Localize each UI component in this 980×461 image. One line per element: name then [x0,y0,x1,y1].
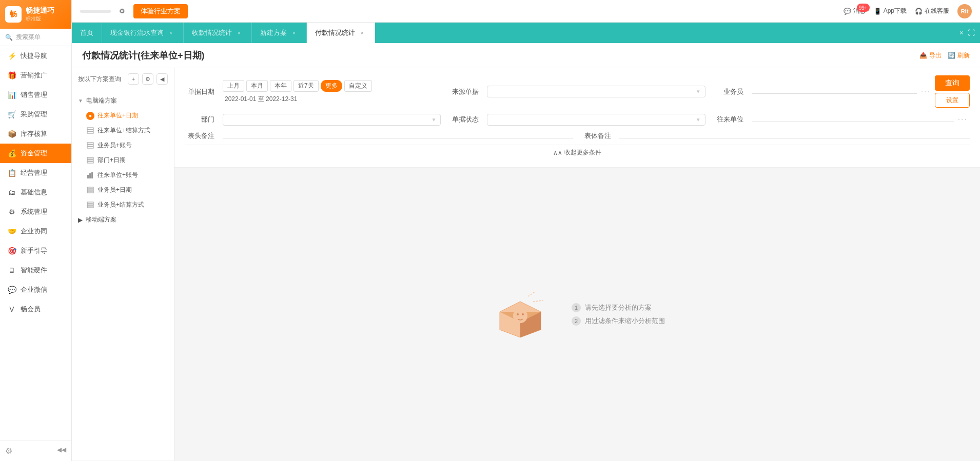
staff-filter-group: ··· 查询 设置 [752,75,970,108]
topbar-right: 💬 消息 99+ 📱 App下载 🎧 在线客服 Rit [844,4,972,18]
trial-button[interactable]: 体验行业方案 [133,4,188,18]
partner-input[interactable] [752,117,954,122]
sidebar-item-enterprise[interactable]: 🤝 企业协同 [0,222,71,241]
query-button[interactable]: 查询 [935,75,970,91]
tab-new-plan-close[interactable]: × [290,29,298,37]
settings-button[interactable]: 设置 [935,93,970,108]
date-btn-7days[interactable]: 近7天 [293,80,319,92]
collapse-up-icon: ∧∧ [553,149,562,156]
tab-bank-flow-close[interactable]: × [167,29,175,37]
partner-dots-button[interactable]: ··· [956,113,970,126]
date-btn-this-year[interactable]: 本年 [270,80,291,92]
app-logo: 畅 [5,6,22,23]
tab-close-all-icon[interactable]: × [959,29,964,37]
sidebar-item-sales[interactable]: 📊 销售管理 [0,85,71,105]
topbar-left: ⚙ 体验行业方案 [80,4,837,18]
tab-receipt-stats-close[interactable]: × [235,29,243,37]
svg-point-23 [522,313,524,315]
message-btn[interactable]: 💬 消息 99+ [844,7,866,15]
staff-dots-button[interactable]: ··· [919,85,933,98]
tip-num-1: 1 [572,303,581,312]
tab-new-plan[interactable]: 新建方案 × [252,23,307,43]
sidebar-item-system[interactable]: ⚙ 系统管理 [0,202,71,222]
staff-input[interactable] [752,89,917,94]
svg-point-21 [513,309,527,323]
sidebar-item-member[interactable]: V 畅会员 [0,299,71,319]
header-note-input[interactable] [223,134,573,138]
date-btn-last-month[interactable]: 上月 [223,80,244,92]
sidebar-search[interactable]: 🔍 搜索菜单 [0,29,71,46]
dept-arrow: ▼ [431,117,436,123]
sidebar-collapse-btn[interactable]: ◀◀ [57,446,66,456]
table-icon [86,142,94,150]
collapse-panel-button[interactable]: ◀ [156,73,168,85]
left-panel-title: 按以下方案查询 [78,75,121,84]
dept-select[interactable]: ▼ [223,114,441,126]
schema-item-staff-account[interactable]: 业务员+账号 [72,138,174,153]
schema-item-staff-settle[interactable]: 业务员+结算方式 [72,197,174,212]
tab-new-plan-label: 新建方案 [260,28,287,37]
sidebar-item-marketing[interactable]: 🎁 营销推广 [0,66,71,85]
svg-rect-3 [87,143,93,144]
sidebar-item-wechat[interactable]: 💬 企业微信 [0,280,71,299]
schema-item-partner-account[interactable]: 往来单位+账号 [72,168,174,183]
empty-illustration [489,286,551,343]
empty-content: 1 请先选择要分析的方案 2 用过滤条件来缩小分析范围 [489,286,665,343]
add-schema-button[interactable]: + [128,73,139,85]
tab-bank-flow[interactable]: 现金银行流水查询 × [102,23,184,43]
tab-receipt-stats[interactable]: 收款情况统计 × [184,23,252,43]
sidebar-item-label: 采购管理 [21,110,47,119]
tab-bank-flow-label: 现金银行流水查询 [110,28,164,37]
svg-rect-5 [87,147,93,148]
collapse-more-button[interactable]: ∧∧ 收起更多条件 [185,145,970,160]
date-label: 单据日期 [185,87,214,96]
date-buttons: 上月 本月 本年 近7天 更多 自定义 [223,80,372,92]
schema-item-partner-settle[interactable]: 往来单位+结算方式 [72,123,174,138]
sidebar-item-hardware[interactable]: 🖥 智能硬件 [0,260,71,280]
mobile-group-header[interactable]: ▶ 移动端方案 [72,212,174,227]
date-range-text: 2022-01-01 至 2022-12-31 [225,95,297,104]
content-area: 按以下方案查询 + ⚙ ◀ ▼ 电脑端方案 ● 往来单位+日期 [72,68,980,460]
schema-item-dept-date[interactable]: 部门+日期 [72,153,174,168]
desktop-group-header[interactable]: ▼ 电脑端方案 [72,93,174,108]
enterprise-icon: 🤝 [7,227,16,236]
svg-rect-4 [87,145,93,146]
date-btn-custom[interactable]: 自定义 [344,80,372,92]
doc-status-select[interactable]: ▼ [487,114,705,126]
app-download-btn[interactable]: 📱 App下载 [874,7,907,15]
sidebar-settings-icon[interactable]: ⚙ [5,446,12,456]
tab-fullscreen-icon[interactable]: ⛶ [968,29,975,37]
tab-home[interactable]: 首页 [72,23,102,43]
schema-item-staff-date[interactable]: 业务员+日期 [72,183,174,197]
date-btn-more[interactable]: 更多 [321,80,342,92]
tab-payment-stats-close[interactable]: × [358,29,366,37]
message-badge: 99+ [857,4,870,12]
topbar-settings-icon[interactable]: ⚙ [115,4,129,18]
date-btn-this-month[interactable]: 本月 [246,80,268,92]
sidebar-item-label: 企业微信 [21,285,47,294]
schema-settings-button[interactable]: ⚙ [142,73,153,85]
sidebar-item-label: 快捷导航 [21,51,47,61]
sidebar-item-operations[interactable]: 📋 经营管理 [0,163,71,183]
export-button[interactable]: 📤 导出 [919,51,942,60]
body-note-input[interactable] [619,134,970,138]
svg-rect-15 [87,202,93,204]
customer-service-btn[interactable]: 🎧 在线客服 [915,7,949,15]
sidebar-item-label: 基础信息 [21,188,47,197]
user-avatar[interactable]: Rit [957,4,972,18]
sidebar-item-inventory[interactable]: 📦 库存核算 [0,124,71,144]
sidebar-item-guide[interactable]: 🎯 新手引导 [0,241,71,260]
schema-item-label: 业务员+账号 [97,141,132,150]
sidebar-item-quick-nav[interactable]: ⚡ 快捷导航 [0,46,71,66]
sidebar-item-funds[interactable]: 💰 资金管理 [0,144,71,163]
wechat-icon: 💬 [7,285,16,294]
refresh-button[interactable]: 🔄 刷新 [948,51,970,60]
sidebar-item-purchase[interactable]: 🛒 采购管理 [0,105,71,124]
filter-area: 单据日期 上月 本月 本年 近7天 更多 自定义 2022-01-01 至 20… [174,68,980,168]
source-doc-select[interactable]: ▼ [487,86,705,97]
svg-rect-14 [87,191,93,193]
tab-payment-stats[interactable]: 付款情况统计 × [307,23,375,43]
sidebar-item-basic-info[interactable]: 🗂 基础信息 [0,183,71,202]
schema-item-partner-date[interactable]: ● 往来单位+日期 [72,108,174,123]
table-icon [86,186,94,194]
